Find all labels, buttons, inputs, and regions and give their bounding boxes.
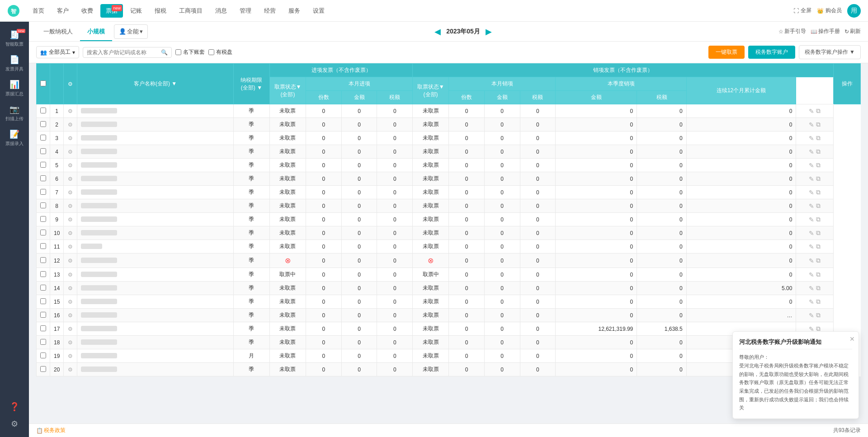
row-settings[interactable]: ⚙ [64,199,77,213]
nav-manage[interactable]: 管理 [234,4,257,18]
row-settings[interactable]: ⚙ [64,213,77,226]
copy-icon[interactable]: ⧉ [816,284,821,292]
customer-search-input[interactable] [87,49,159,56]
tax-account-ops-btn[interactable]: 税务数字账户操作 ▼ [799,45,861,59]
edit-icon[interactable]: ✎ [809,121,814,128]
popup-close-btn[interactable]: ✕ [849,335,855,343]
copy-icon[interactable]: ⧉ [816,107,821,115]
sidebar-item-open-invoice[interactable]: 📄 发票开具 [0,51,29,76]
row-settings[interactable]: ⚙ [64,159,77,172]
row-settings[interactable]: ⚙ [64,349,77,363]
row-checkbox-cell[interactable] [37,295,50,309]
row-settings[interactable]: ⚙ [64,240,77,254]
nav-business[interactable]: 工商项目 [174,4,208,18]
row-checkbox-cell[interactable] [37,254,50,268]
edit-icon[interactable]: ✎ [809,202,814,210]
one-click-btn[interactable]: 一键取票 [708,46,745,59]
nav-tax[interactable]: 报税 [149,4,172,18]
row-checkbox-cell[interactable] [37,363,50,376]
copy-icon[interactable]: ⧉ [816,298,821,305]
edit-icon[interactable]: ✎ [809,243,814,250]
row-checkbox[interactable] [40,108,46,113]
edit-icon[interactable]: ✎ [809,285,814,292]
row-checkbox[interactable] [40,339,46,345]
nav-settings[interactable]: 设置 [307,4,330,18]
edit-icon[interactable]: ✎ [809,312,814,319]
row-settings[interactable]: ⚙ [64,309,77,322]
row-checkbox-cell[interactable] [37,159,50,172]
nav-service[interactable]: 服务 [283,4,306,18]
edit-icon[interactable]: ✎ [809,108,814,115]
row-checkbox[interactable] [40,271,46,277]
row-checkbox[interactable] [40,121,46,127]
tab-all-capable[interactable]: 👤 全能 ▾ [114,24,148,39]
row-checkbox-cell[interactable] [37,104,50,118]
row-settings[interactable]: ⚙ [64,295,77,309]
copy-icon[interactable]: ⧉ [816,175,821,183]
edit-icon[interactable]: ✎ [809,189,814,196]
edit-icon[interactable]: ✎ [809,148,814,155]
copy-icon[interactable]: ⧉ [816,311,821,319]
copy-icon[interactable]: ⧉ [816,148,821,155]
row-settings[interactable]: ⚙ [64,226,77,240]
customer-search[interactable]: 🔍 [83,47,172,58]
th-customer[interactable]: 客户名称(全部) ▼ [77,64,234,104]
row-checkbox-cell[interactable] [37,132,50,145]
select-all-checkbox[interactable] [40,80,46,86]
sidebar-settings-bottom[interactable]: ⚙ [0,415,29,432]
row-checkbox-cell[interactable] [37,336,50,349]
next-month-btn[interactable]: ▶ [486,27,492,37]
row-checkbox-cell[interactable] [37,118,50,132]
has-tax-disk-checkbox[interactable]: 有税盘 [208,48,232,56]
row-checkbox-cell[interactable] [37,199,50,213]
th-tax-period[interactable]: 纳税期限(全部) ▼ [233,64,269,104]
row-checkbox[interactable] [40,298,46,304]
edit-icon[interactable]: ✎ [809,298,814,305]
nav-billing[interactable]: 收费 [76,4,99,18]
edit-icon[interactable]: ✎ [809,257,814,264]
row-checkbox[interactable] [40,285,46,291]
row-checkbox[interactable] [40,148,46,154]
row-settings[interactable]: ⚙ [64,172,77,186]
tab-general-taxpayer[interactable]: 一般纳税人 [36,23,80,41]
row-settings[interactable]: ⚙ [64,132,77,145]
copy-icon[interactable]: ⧉ [816,257,821,264]
row-checkbox-cell[interactable] [37,322,50,336]
row-checkbox-cell[interactable] [37,309,50,322]
refresh-link[interactable]: ↻ 刷新 [844,28,861,35]
new-guide-link[interactable]: ☆ 新手引导 [778,28,806,35]
row-settings[interactable]: ⚙ [64,322,77,336]
tax-account-btn[interactable]: 税务数字账户 [748,46,795,59]
row-settings[interactable]: ⚙ [64,336,77,349]
under-account-check[interactable] [175,49,181,55]
row-settings[interactable]: ⚙ [64,282,77,295]
copy-icon[interactable]: ⧉ [816,202,821,210]
row-checkbox[interactable] [40,325,46,331]
user-avatar[interactable]: 用 [847,4,861,18]
row-checkbox-cell[interactable] [37,172,50,186]
copy-icon[interactable]: ⧉ [816,216,821,223]
row-settings[interactable]: ⚙ [64,104,77,118]
member-btn[interactable]: 👑 购会员 [817,7,842,14]
nav-accounting[interactable]: 记账 [125,4,147,18]
th-out-status[interactable]: 取票状态▼(全部) [413,77,449,104]
edit-icon[interactable]: ✎ [809,271,814,278]
nav-message[interactable]: 消息 [210,4,232,18]
row-checkbox[interactable] [40,175,46,181]
row-checkbox-cell[interactable] [37,268,50,282]
copy-icon[interactable]: ⧉ [816,188,821,196]
row-checkbox[interactable] [40,312,46,318]
sidebar-help[interactable]: ❓ [0,398,29,415]
employee-select[interactable]: 👥 全部员工 ▾ [36,46,79,58]
copy-icon[interactable]: ⧉ [816,121,821,128]
row-checkbox-cell[interactable] [37,349,50,363]
row-settings[interactable]: ⚙ [64,254,77,268]
row-settings[interactable]: ⚙ [64,118,77,132]
fullscreen-btn[interactable]: ⛶ 全屏 [793,7,811,14]
app-logo[interactable]: 智 [7,5,20,17]
sidebar-item-smart-ticket[interactable]: 🧾 智能取票 new [0,26,29,51]
prev-month-btn[interactable]: ◀ [434,27,441,37]
row-checkbox[interactable] [40,202,46,208]
tab-small-scale[interactable]: 小规模 [80,23,112,41]
search-icon[interactable]: 🔍 [161,49,168,56]
